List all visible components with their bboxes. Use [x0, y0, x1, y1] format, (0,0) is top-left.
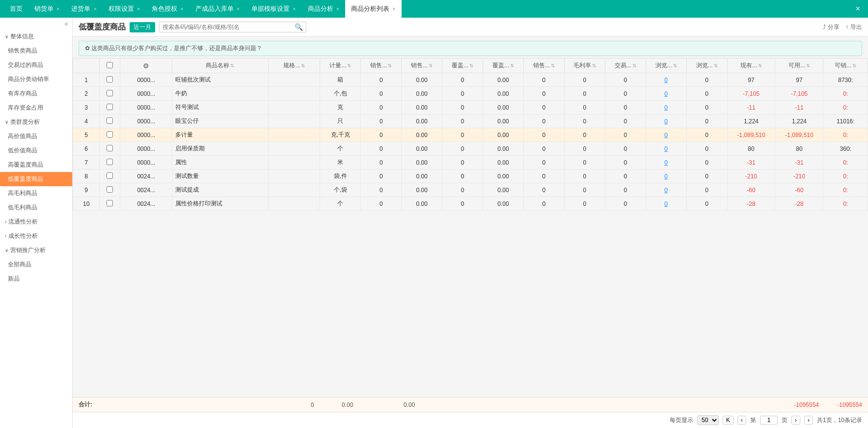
- th-browse-1[interactable]: 浏览...⇅: [646, 58, 686, 73]
- table-row: 10 0024... 属性价格打印测试 个 0 0.00 0 0.00 0 0 …: [73, 197, 868, 211]
- table-scroll-wrapper[interactable]: ⚙ 商品名称⇅ 规格...⇅ 计量...⇅ 销售...⇅ 销售...⇅ 覆盖..…: [73, 58, 868, 397]
- close-icon[interactable]: ×: [137, 6, 140, 12]
- row-browse1[interactable]: 0: [646, 197, 686, 211]
- sidebar-item-sales-products[interactable]: 销售类商品: [0, 44, 72, 58]
- close-icon[interactable]: ×: [237, 6, 240, 12]
- sidebar-item-low-gross[interactable]: 低毛利商品: [0, 200, 72, 215]
- select-all-checkbox[interactable]: [107, 62, 113, 68]
- th-code[interactable]: ⚙: [120, 58, 172, 73]
- th-settings-icon[interactable]: ⚙: [143, 62, 149, 70]
- first-page-button[interactable]: K: [723, 416, 733, 425]
- row-checkbox[interactable]: [100, 197, 120, 211]
- nav-home[interactable]: 首页: [4, 0, 28, 18]
- row-checkbox[interactable]: [100, 128, 120, 142]
- row-gross: 0: [564, 73, 605, 87]
- sidebar-section-growth[interactable]: › 成长性分析: [0, 229, 72, 243]
- th-coverage-1[interactable]: 覆盖...⇅: [442, 58, 483, 73]
- th-coverage-2[interactable]: 覆盖...⇅: [483, 58, 524, 73]
- sidebar-item-low-value[interactable]: 低价值商品: [0, 143, 72, 158]
- row-browse1[interactable]: 0: [646, 128, 686, 142]
- page-number-input[interactable]: [760, 416, 778, 425]
- row-browse2: 0: [686, 156, 727, 170]
- search-icon[interactable]: 🔍: [295, 23, 303, 31]
- next-page-button[interactable]: ›: [791, 416, 800, 425]
- row-browse1[interactable]: 0: [646, 142, 686, 156]
- close-icon[interactable]: ×: [93, 6, 96, 12]
- sidebar-item-new-products[interactable]: 新品: [0, 272, 72, 286]
- close-icon[interactable]: ×: [336, 6, 339, 12]
- row-cov2: 0.00: [483, 183, 524, 197]
- nav-product-analysis-list[interactable]: 商品分析列表 ×: [345, 0, 401, 18]
- close-all-button[interactable]: ×: [852, 4, 864, 13]
- close-icon[interactable]: ×: [56, 6, 59, 12]
- row-checkbox[interactable]: [100, 156, 120, 170]
- close-icon[interactable]: ×: [293, 6, 296, 12]
- sidebar-section-marketing[interactable]: ∨ 营销推广分析: [0, 243, 72, 257]
- period-button[interactable]: 近一月: [130, 22, 155, 32]
- row-checkbox[interactable]: [100, 142, 120, 156]
- row-browse1[interactable]: 0: [646, 156, 686, 170]
- nav-sales-order[interactable]: 销货单 ×: [28, 0, 65, 18]
- sidebar-item-high-value[interactable]: 高价值商品: [0, 129, 72, 143]
- row-browse1[interactable]: 0: [646, 183, 686, 197]
- share-button[interactable]: ⤴ 分享: [823, 23, 840, 31]
- row-checkbox[interactable]: [100, 114, 120, 128]
- row-browse1[interactable]: 0: [646, 87, 686, 101]
- row-browse1[interactable]: 0: [646, 114, 686, 128]
- th-browse-2[interactable]: 浏览...⇅: [686, 58, 727, 73]
- per-page-select[interactable]: 50: [697, 415, 719, 425]
- row-checkbox[interactable]: [100, 101, 120, 114]
- nav-product-instock[interactable]: 产成品入库单 ×: [190, 0, 245, 18]
- export-button[interactable]: ↑ 导出: [845, 23, 862, 31]
- th-spec[interactable]: 规格...⇅: [268, 58, 320, 73]
- sidebar-item-stock-capital[interactable]: 库存资金占用: [0, 101, 72, 115]
- sidebar-section-cluster[interactable]: ∨ 类群度分析: [0, 115, 72, 129]
- sidebar-item-high-gross[interactable]: 高毛利商品: [0, 186, 72, 200]
- th-sales-amount[interactable]: 销售...⇅: [402, 58, 442, 73]
- sidebar-section-liquidity[interactable]: › 流通性分析: [0, 215, 72, 229]
- nav-purchase-order[interactable]: 进货单 ×: [65, 0, 102, 18]
- sidebar-section-overall[interactable]: ∨ 整体信息: [0, 29, 72, 44]
- th-unit[interactable]: 计量...⇅: [320, 58, 361, 73]
- th-available-stock[interactable]: 可用...⇅: [775, 58, 823, 73]
- th-gross-margin[interactable]: 毛利率⇅: [564, 58, 605, 73]
- sidebar-item-in-stock[interactable]: 有库存商品: [0, 86, 72, 101]
- nav-template-settings[interactable]: 单据模板设置 ×: [245, 0, 301, 18]
- row-checkbox[interactable]: [100, 183, 120, 197]
- sidebar-item-low-coverage[interactable]: 低覆盖度商品: [0, 172, 72, 186]
- row-checkbox[interactable]: [100, 170, 120, 183]
- row-browse1[interactable]: 0: [646, 73, 686, 87]
- row-checkbox[interactable]: [100, 73, 120, 87]
- sidebar-item-high-coverage[interactable]: 高覆盖度商品: [0, 158, 72, 172]
- row-name: 测试数量: [172, 170, 268, 183]
- row-browse1[interactable]: 0: [646, 170, 686, 183]
- sidebar-item-category-sale-rate[interactable]: 商品分类动销率: [0, 72, 72, 86]
- search-box[interactable]: 🔍: [159, 22, 306, 32]
- nav-permission-settings[interactable]: 权限设置 ×: [103, 0, 146, 18]
- row-checkbox[interactable]: [100, 87, 120, 101]
- row-browse1[interactable]: 0: [646, 101, 686, 114]
- close-icon[interactable]: ×: [180, 6, 183, 12]
- sidebar-item-all-products[interactable]: 全部商品: [0, 257, 72, 272]
- th-name[interactable]: 商品名称⇅: [172, 58, 268, 73]
- th-sellable[interactable]: 可销...⇅: [823, 58, 868, 73]
- th-sales-3[interactable]: 销售...⇅: [523, 58, 564, 73]
- th-transactions[interactable]: 交易...⇅: [605, 58, 646, 73]
- row-trans: 0: [605, 197, 646, 211]
- row-avail: -210: [775, 170, 823, 183]
- total-sale2: 0.00: [342, 401, 369, 408]
- sidebar-collapse-button[interactable]: «: [64, 20, 68, 28]
- sidebar-item-traded-products[interactable]: 交易过的商品: [0, 58, 72, 72]
- prev-page-button[interactable]: ‹: [737, 416, 746, 425]
- last-page-button[interactable]: ›: [804, 416, 813, 425]
- row-now: 80: [727, 142, 775, 156]
- row-gross: 0: [564, 197, 605, 211]
- search-input[interactable]: [163, 24, 295, 30]
- nav-product-analysis[interactable]: 商品分析 ×: [302, 0, 345, 18]
- nav-role-auth[interactable]: 角色授权 ×: [146, 0, 189, 18]
- close-icon[interactable]: ×: [392, 6, 395, 12]
- th-sales-qty[interactable]: 销售...⇅: [361, 58, 402, 73]
- row-num: 3: [73, 101, 100, 114]
- row-sale3: 0: [523, 142, 564, 156]
- th-current-stock[interactable]: 现有...⇅: [727, 58, 775, 73]
